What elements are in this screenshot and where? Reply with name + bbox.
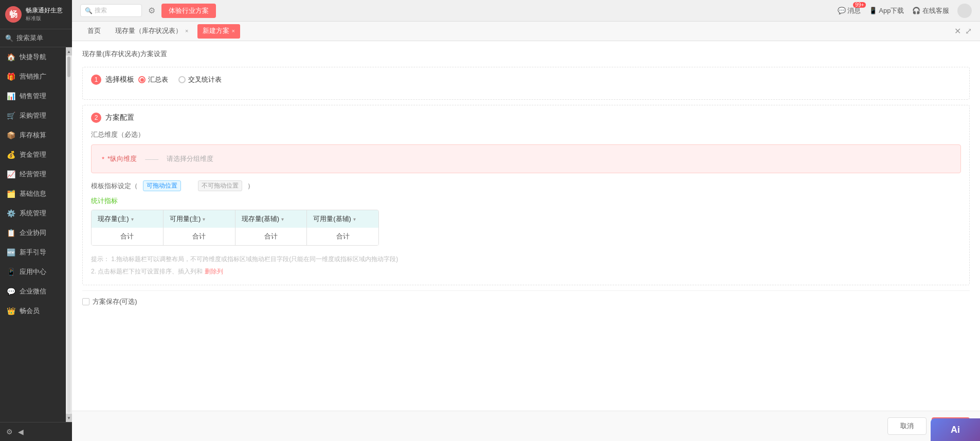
sidebar-item-enterprise[interactable]: 📋 企业协同 [0, 223, 66, 243]
sidebar-nav: 🏠 快捷导航 🎁 营销推广 📊 销售管理 🛒 采购管理 📦 库存核算 💰 [0, 47, 66, 422]
sidebar-item-vip[interactable]: 👑 畅会员 [0, 301, 66, 321]
save-label: 方案保存(可选) [93, 297, 137, 306]
tabs-controls: ✕ ⤢ [954, 26, 972, 36]
sidebar-item-app-center[interactable]: 📱 应用中心 [0, 262, 66, 282]
radio-summary-circle[interactable] [138, 76, 146, 83]
template-radio-group: 汇总表 交叉统计表 [138, 75, 222, 84]
ai-label: Ai [951, 425, 960, 435]
sidebar-item-label: 系统管理 [20, 209, 46, 218]
sidebar-item-label: 营销推广 [20, 72, 46, 81]
sidebar-item-basic-info[interactable]: 🗂️ 基础信息 [0, 184, 66, 204]
sidebar-item-label: 企业协同 [20, 228, 46, 237]
scroll-down-btn[interactable]: ▼ [66, 414, 72, 422]
section-1: 1 选择模板 汇总表 交叉统计表 [82, 67, 970, 100]
sidebar-scrollbar[interactable]: ▲ ▼ [66, 47, 72, 422]
search-icon: 🔍 [85, 7, 93, 14]
col-3-chevron[interactable]: ▾ [353, 216, 356, 222]
sidebar-item-quick-nav[interactable]: 🏠 快捷导航 [0, 47, 66, 67]
section-2-title: 2 方案配置 [91, 113, 961, 123]
sidebar-item-label: 新手引导 [20, 248, 46, 257]
scroll-track[interactable] [67, 57, 70, 413]
radio-crosstab[interactable]: 交叉统计表 [178, 75, 222, 84]
tab-inventory[interactable]: 现存量（库存状况表） × [108, 22, 195, 41]
scroll-up-btn[interactable]: ▲ [66, 47, 72, 56]
sidebar-item-sales[interactable]: 📊 销售管理 [0, 86, 66, 106]
money-icon: 💰 [6, 150, 15, 159]
crown-icon: 👑 [6, 306, 15, 316]
col-0-chevron[interactable]: ▾ [131, 216, 134, 222]
settings-icon[interactable]: ⚙ [6, 428, 13, 436]
col-2-chevron[interactable]: ▾ [281, 216, 284, 222]
app-download-link[interactable]: 📱 App下载 [869, 6, 904, 15]
stats-col-2-label: 现存量(基辅) [242, 214, 280, 224]
wechat-icon: 💬 [6, 287, 15, 296]
vertical-dim-row: * *纵向维度 —— 请选择分组维度 [91, 144, 961, 173]
online-service-link[interactable]: 🎧 在线客服 [912, 6, 949, 15]
radio-crosstab-circle[interactable] [178, 76, 186, 83]
user-avatar[interactable] [957, 4, 972, 18]
stats-col-0: 现存量(主) ▾ [92, 210, 164, 228]
indicators-label-row: 模板指标设定（ 可拖动位置 不可拖动位置 ） [91, 180, 961, 191]
gear-icon: ⚙️ [6, 209, 15, 218]
sidebar-item-new-guide[interactable]: 🆕 新手引导 [0, 243, 66, 262]
app-download-label: App下载 [879, 7, 904, 14]
sidebar-item-label: 畅会员 [20, 306, 40, 316]
folder-icon: 🗂️ [6, 189, 15, 198]
dim-required-star: * [102, 155, 104, 163]
topbar: 🔍 搜索 ⚙ 体验行业方案 💬 消息 99+ 📱 App下载 🎧 在线客服 [72, 0, 980, 22]
radio-summary[interactable]: 汇总表 [138, 75, 168, 84]
sidebar-search[interactable]: 🔍 搜索菜单 [0, 29, 72, 47]
sidebar-item-purchase[interactable]: 🛒 采购管理 [0, 106, 66, 125]
tab-home[interactable]: 首页 [80, 22, 108, 41]
sidebar-item-wechat[interactable]: 💬 企业微信 [0, 282, 66, 301]
industry-btn[interactable]: 体验行业方案 [161, 4, 216, 18]
sidebar: 畅 畅康通好生意 标准版 🔍 搜索菜单 🏠 快捷导航 🎁 营销推广 📊 销售管理 [0, 0, 72, 441]
message-count: 99+ [853, 2, 866, 8]
scroll-thumb[interactable] [67, 57, 70, 77]
tips-section: 提示： 1.拖动标题栏可以调整布局，不可跨维度或指标区域拖动栏目字段(只能在同一… [91, 253, 961, 278]
gift-icon: 🎁 [6, 72, 15, 81]
sidebar-item-label: 销售管理 [20, 91, 46, 101]
sidebar-item-inventory[interactable]: 📦 库存核算 [0, 125, 66, 145]
message-icon: 💬 [838, 7, 846, 14]
main-area: 🔍 搜索 ⚙ 体验行业方案 💬 消息 99+ 📱 App下载 🎧 在线客服 [72, 0, 980, 441]
col-1-chevron[interactable]: ▾ [203, 216, 205, 222]
tip2-text: 2. 点击标题栏下拉可设置排序、插入列和 [91, 268, 203, 275]
save-checkbox[interactable] [82, 298, 89, 305]
content-area: 现存量(库存状况表)方案设置 1 选择模板 汇总表 交叉统计表 [72, 41, 980, 411]
tab-new-close[interactable]: × [231, 28, 234, 34]
sidebar-item-label: 库存核算 [20, 131, 46, 140]
sidebar-item-label: 应用中心 [20, 267, 46, 277]
chart-icon: 📊 [6, 91, 15, 101]
tip2-highlight: 删除列 [205, 268, 223, 275]
tab-inventory-close[interactable]: × [185, 28, 188, 34]
sidebar-item-system[interactable]: ⚙️ 系统管理 [0, 204, 66, 223]
stats-cell-2: 合计 [235, 228, 307, 245]
tab-collapse-icon[interactable]: ✕ [954, 26, 961, 36]
sidebar-footer: ⚙ ◀ [0, 422, 72, 441]
clipboard-icon: 📋 [6, 228, 15, 237]
section-1-title: 1 选择模板 汇总表 交叉统计表 [91, 75, 961, 85]
stats-col-0-label: 现存量(主) [98, 214, 129, 224]
stats-col-1-label: 可用量(主) [170, 214, 201, 224]
dim-placeholder[interactable]: 请选择分组维度 [167, 154, 213, 163]
download-icon: 📱 [869, 7, 877, 14]
topbar-search-box[interactable]: 🔍 搜索 [80, 4, 142, 17]
tab-new-plan[interactable]: 新建方案 × [197, 24, 240, 39]
vertical-dim-label: *纵向维度 [107, 154, 137, 163]
message-badge[interactable]: 💬 消息 99+ [838, 6, 861, 15]
non-draggable-badge: 不可拖动位置 [198, 180, 242, 191]
sidebar-item-operations[interactable]: 📈 经营管理 [0, 164, 66, 184]
topbar-gear-icon[interactable]: ⚙ [148, 6, 155, 15]
stats-cell-1: 合计 [164, 228, 235, 245]
section-2-num: 2 [91, 113, 101, 123]
tips-title-text: 提示： [91, 255, 110, 263]
tab-expand-icon[interactable]: ⤢ [965, 26, 972, 36]
tabs-bar: 首页 现存量（库存状况表） × 新建方案 × ✕ ⤢ [72, 22, 980, 41]
collapse-sidebar-icon[interactable]: ◀ [18, 428, 24, 436]
search-placeholder: 搜索 [95, 6, 107, 15]
sidebar-item-finance[interactable]: 💰 资金管理 [0, 145, 66, 164]
ai-float-button[interactable]: Ai [931, 418, 980, 441]
cancel-button[interactable]: 取消 [887, 417, 927, 435]
sidebar-item-marketing[interactable]: 🎁 营销推广 [0, 67, 66, 86]
